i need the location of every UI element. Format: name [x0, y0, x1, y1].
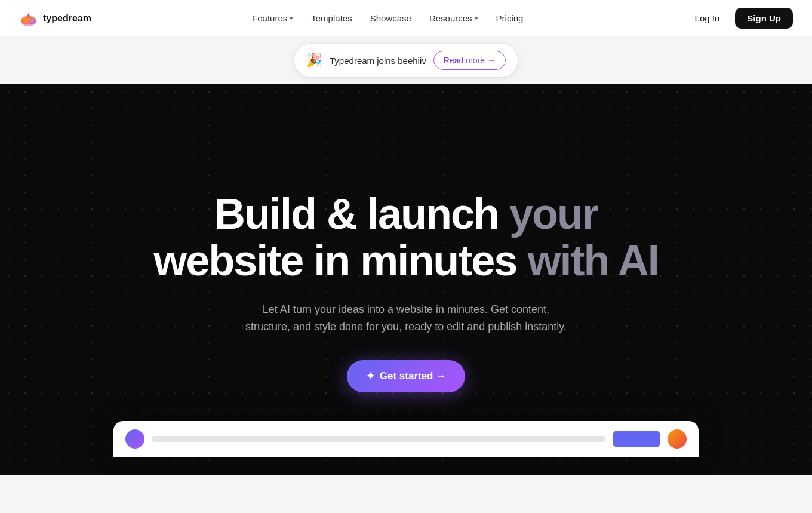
cta-star-icon: ✦ [366, 370, 375, 383]
preview-avatar [125, 429, 144, 449]
announcement-pill: 🎉 Typedream joins beehiiv Read more → [294, 43, 518, 78]
hero-section: Build & launch your website in minutes w… [0, 84, 812, 475]
headline-part4: with AI [527, 236, 658, 284]
nav-features[interactable]: Features ▾ [245, 10, 300, 27]
cta-label: Get started → [380, 370, 446, 382]
logo-text: typedream [43, 13, 91, 24]
signup-button[interactable]: Sign Up [735, 8, 793, 29]
nav-showcase[interactable]: Showcase [363, 10, 419, 27]
nav-pricing[interactable]: Pricing [489, 10, 531, 27]
hero-subtext: Let AI turn your ideas into a website in… [245, 301, 567, 336]
headline-part3: website in minutes [153, 236, 516, 284]
hero-preview-strip [113, 421, 699, 457]
nav-center: Features ▾ Templates Showcase Resources … [245, 10, 530, 27]
get-started-button[interactable]: ✦ Get started → [347, 360, 465, 392]
features-chevron-icon: ▾ [290, 14, 293, 22]
preview-button-small [613, 431, 660, 447]
preview-bar [152, 436, 605, 442]
headline-part2: your [509, 190, 598, 238]
headline-part1: Build & launch [214, 190, 499, 238]
nav-templates[interactable]: Templates [304, 10, 359, 27]
resources-chevron-icon: ▾ [475, 14, 478, 22]
nav-resources[interactable]: Resources ▾ [422, 10, 485, 27]
preview-avatar2 [668, 429, 687, 449]
announcement-emoji: 🎉 [306, 53, 322, 68]
nav-right: Log In Sign Up [684, 8, 793, 29]
hero-headline: Build & launch your website in minutes w… [153, 191, 658, 284]
login-button[interactable]: Log In [684, 8, 731, 28]
announcement-text: Typedream joins beehiiv [330, 56, 426, 66]
navbar: typedream Features ▾ Templates Showcase … [0, 0, 812, 37]
logo-icon [19, 9, 38, 28]
hero-content: Build & launch your website in minutes w… [142, 191, 670, 392]
logo-link[interactable]: typedream [19, 9, 91, 28]
read-more-button[interactable]: Read more → [433, 51, 506, 70]
